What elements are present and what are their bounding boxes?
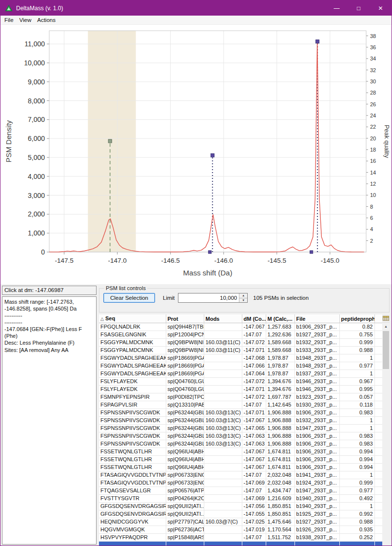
vertical-scrollbar[interactable]: ▲ bbox=[382, 314, 390, 546]
table-cell: -147.056 bbox=[242, 503, 266, 510]
table-cell: 2,032.048 bbox=[266, 479, 294, 487]
svg-text:18: 18 bbox=[370, 147, 376, 153]
svg-text:2: 2 bbox=[370, 238, 373, 244]
table-row[interactable]: FTQAGSEVSALLGRsp|P06576|ATP...-147.071,4… bbox=[99, 487, 382, 495]
table-cell bbox=[204, 542, 242, 546]
spinner-up-icon[interactable]: ▲ bbox=[239, 293, 247, 298]
svg-text:8: 8 bbox=[370, 204, 373, 210]
table-row[interactable]: FSGWYDADLSPAGHEEAKsp|P18669|PGA...-147.0… bbox=[99, 370, 382, 378]
menu-item-actions[interactable]: Actions bbox=[34, 16, 59, 24]
baseline-peak-marker[interactable] bbox=[208, 251, 211, 254]
table-cell: sp|Q96IU4|ABH... bbox=[166, 448, 204, 456]
minimize-button[interactable]: — bbox=[326, 0, 348, 16]
spinner-down-icon[interactable]: ▼ bbox=[239, 298, 247, 303]
table-cell: sp|Q13310|PAB... bbox=[166, 401, 204, 409]
scroll-up-button[interactable]: ▲ bbox=[382, 323, 390, 330]
column-header-mcalc[interactable]: M (Calc,... bbox=[266, 314, 294, 323]
table-cell: -147.064 bbox=[242, 370, 266, 378]
column-header-prot[interactable]: Prot bbox=[166, 314, 204, 323]
svg-text:16: 16 bbox=[370, 158, 376, 164]
mass-shift-chart[interactable]: -147.5-147.0-146.5-146.0-145.5-145.001,0… bbox=[0, 25, 392, 284]
psm-list-panel: PSM list controls Clear Selection Limit … bbox=[98, 284, 391, 546]
table-cell bbox=[374, 479, 382, 487]
column-header-seq[interactable]: △Seq bbox=[99, 314, 166, 323]
menu-item-file[interactable]: File bbox=[1, 16, 17, 24]
table-row[interactable]: FPGQLNADLRKsp|Q9H4B7|TBB...-147.0671,257… bbox=[99, 323, 382, 331]
peak-marker[interactable] bbox=[108, 139, 112, 143]
table-row[interactable]: FTASAGIQVVGDDLTVTNPKsp|P06733|ENO...-147… bbox=[99, 471, 382, 479]
clear-selection-button[interactable]: Clear Selection bbox=[103, 293, 155, 303]
table-cell: 1,674.811 bbox=[266, 456, 294, 464]
table-row[interactable]: FSMNPFYEPNSPIRsp|P0DI82|TPC...-147.0721,… bbox=[99, 393, 382, 401]
table-row[interactable]: FSGGYPALMDCMNKsp|Q9BPW8|NI...160.03@11(C… bbox=[99, 339, 382, 347]
table-cell: b1906_293T_p... bbox=[294, 464, 339, 471]
table-row[interactable]: FSGGYPALMDCMNKsp|Q9BPW8|NI...160.03@11(C… bbox=[99, 347, 382, 354]
svg-text:2,000: 2,000 bbox=[28, 210, 45, 218]
table-row[interactable]: FSGWYDADLSPAGHEEAKsp|P18669|PGA...-147.0… bbox=[99, 354, 382, 362]
table-cell bbox=[374, 378, 382, 386]
svg-text:1,000: 1,000 bbox=[28, 229, 45, 237]
column-control-button[interactable] bbox=[382, 314, 390, 323]
limit-value[interactable]: 10,000 bbox=[178, 293, 239, 302]
table-row[interactable]: GFGSDQSENVDRGAGSIRsp|Q9UII2|ATI...-147.0… bbox=[99, 510, 382, 518]
maximize-button[interactable]: □ bbox=[348, 0, 370, 16]
table-cell: sp|Q9H4B7|TBB... bbox=[166, 323, 204, 331]
peak-marker[interactable] bbox=[316, 40, 319, 43]
table-cell: b1940_293T_p... bbox=[294, 495, 339, 503]
table-row[interactable]: FSLYFLAYEDKsp|Q04760|LGU...-147.0711,394… bbox=[99, 386, 382, 393]
svg-text:3,000: 3,000 bbox=[28, 192, 45, 199]
table-row[interactable]: FSPNSSNPIIVSCGWDKsp|P63244|GBL...160.03@… bbox=[99, 425, 382, 432]
table-cell: 1,906.888 bbox=[266, 432, 294, 440]
menubar: FileViewActions bbox=[0, 16, 392, 25]
table-row[interactable]: FSPNSSNPIIVSCGWDKsp|P63244|GBL...160.03@… bbox=[99, 432, 382, 440]
table-row[interactable]: HQGVMVGMGQKsp|P62736|ACT...-147.0191,170… bbox=[99, 526, 382, 534]
peak-marker[interactable] bbox=[211, 154, 214, 157]
table-row[interactable]: FSASGELGNGNIKsp|P12004|PCN...-147.071,29… bbox=[99, 331, 382, 339]
scroll-thumb[interactable] bbox=[383, 331, 389, 369]
table-row[interactable]: FSPNSSNPIIVSCGWDKsp|P63244|GBL...160.03@… bbox=[99, 409, 382, 417]
column-header-dmco[interactable]: dM (Co... bbox=[242, 314, 266, 323]
table-cell: b1906_293T_p... bbox=[294, 323, 339, 331]
table-row[interactable]: HSVPVYFPAQDPRsp|P15848|ARS...-147.071,51… bbox=[99, 534, 382, 542]
table-cell: sp|Q04760|LGU... bbox=[166, 386, 204, 393]
table-cell: HEQNIDCGGGYVK bbox=[99, 518, 166, 526]
table-cell bbox=[374, 425, 382, 432]
table-cell: GFGSDQSENVDRGAGSIR bbox=[99, 503, 166, 510]
table-row[interactable]: FTASAGIQVVGDDLTVTNPKsp|P06733|ENO...-147… bbox=[99, 479, 382, 487]
baseline-peak-marker[interactable] bbox=[310, 251, 313, 254]
table-row[interactable]: FSPNSSNPIIVSCGWDKsp|P63244|GBL...160.03@… bbox=[99, 440, 382, 448]
table-cell: -147.072 bbox=[242, 393, 266, 401]
table-cell: 1,434.747 bbox=[266, 487, 294, 495]
table-cell: -147.069 bbox=[242, 479, 266, 487]
table-row[interactable]: FSSETWQNLGTLHRsp|Q96IU4|ABH...-147.0671,… bbox=[99, 448, 382, 456]
table-row[interactable]: FVSTTYSGVTRsp|P04264|K2C...-147.0691,216… bbox=[99, 495, 382, 503]
table-row[interactable]: FSLYFLAYEDKsp|Q04760|LGU...-147.0721,394… bbox=[99, 378, 382, 386]
table-cell: FSGWYDADLSPAGHEEAK bbox=[99, 354, 166, 362]
table-cell: -147.07 bbox=[242, 331, 266, 339]
table-row[interactable]: GFGSDQSENVDRGAGSIRsp|Q9UII2|ATI...-147.0… bbox=[99, 503, 382, 510]
table-row[interactable]: FSPAGPVLSIRsp|Q13310|PAB...-147.071,142.… bbox=[99, 401, 382, 409]
table-cell: 1,142.645 bbox=[266, 401, 294, 409]
column-header-mods[interactable]: Mods bbox=[204, 314, 242, 323]
limit-spinner[interactable]: 10,000 ▲ ▼ bbox=[178, 293, 248, 303]
table-row[interactable]: FSPNSSNPIIVSCGWDKsp|P63244|GBL...160.03@… bbox=[99, 417, 382, 425]
table-header-row: △SeqProtModsdM (Co...M (Calc,...Filepept… bbox=[99, 314, 382, 323]
table-cell bbox=[374, 339, 382, 347]
table-row[interactable]: FSSETWQNLGTLHRsp|Q96IU4|ABH...-147.0671,… bbox=[99, 464, 382, 471]
table-cell: -147.063 bbox=[242, 432, 266, 440]
table-row[interactable]: HEQNIDCGGGYVKsp|P27797|CAL...160.03@7(C)… bbox=[99, 518, 382, 526]
table-cell: 160.03@13(C) bbox=[204, 417, 242, 425]
column-header-file[interactable]: File bbox=[294, 314, 339, 323]
table-cell bbox=[374, 518, 382, 526]
svg-text:6,000: 6,000 bbox=[28, 135, 45, 142]
close-button[interactable]: ✕ bbox=[370, 0, 392, 16]
column-header-peptideproph[interactable]: peptideproph... bbox=[339, 314, 374, 323]
menu-item-view[interactable]: View bbox=[17, 16, 35, 24]
table-row[interactable]: FSSETWQNLGTLHRsp|Q96IU4|ABH...-147.0671,… bbox=[99, 456, 382, 464]
table-cell: FTASAGIQVVGDDLTVTNPK bbox=[99, 479, 166, 487]
table-cell: 1,978.87 bbox=[266, 354, 294, 362]
table-row[interactable]: FSGWYDADLSPAGHEEAKsp|P18669|PGA...-147.0… bbox=[99, 362, 382, 370]
table-cell: 160.03@11(C) bbox=[204, 347, 242, 354]
selected-table-row[interactable] bbox=[99, 542, 382, 546]
psm-list-controls-group: PSM list controls Clear Selection Limit … bbox=[99, 285, 390, 312]
